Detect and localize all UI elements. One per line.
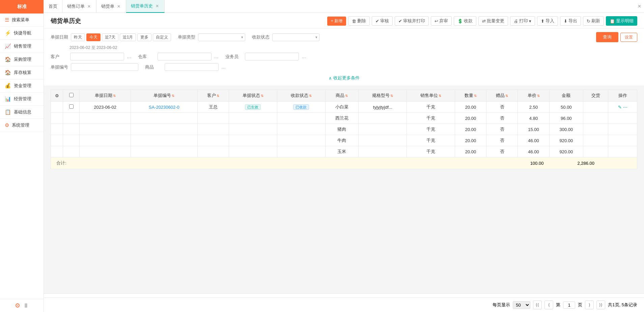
cell-checkbox[interactable]	[63, 124, 80, 135]
page-last-button[interactable]: ⟩⟩	[596, 301, 605, 309]
cell-doc-no[interactable]: SA-20230602-0	[131, 102, 197, 113]
col-customer[interactable]: 客户⇅	[197, 90, 229, 102]
date-btn-1month[interactable]: 近1月	[120, 33, 136, 41]
sidebar-item-quick-nav[interactable]: ⚡ 快捷导航	[0, 27, 44, 40]
cell-doc-no[interactable]	[131, 124, 197, 135]
date-btn-more[interactable]: 更多	[137, 33, 151, 41]
sys-mgmt-icon: ⚙	[5, 122, 9, 128]
export-button[interactable]: ⬇ 导出	[560, 16, 581, 26]
cell-checkbox[interactable]	[63, 113, 80, 124]
cell-unit: 千克	[407, 146, 455, 157]
tab-sales-history[interactable]: 销货单历史 ✕	[126, 0, 165, 13]
query-button[interactable]: 查询	[596, 32, 618, 42]
cell-qty: 20.00	[455, 146, 486, 157]
cell-unit: 千克	[407, 113, 455, 124]
cell-doc-no[interactable]	[131, 146, 197, 157]
cell-doc-no[interactable]	[131, 135, 197, 146]
sidebar-item-purchase[interactable]: 🏠 采购管理	[0, 53, 44, 66]
goods-dots[interactable]: …	[221, 64, 226, 70]
cell-doc-no[interactable]	[131, 113, 197, 124]
cell-checkbox[interactable]	[63, 135, 80, 146]
cell-qty: 20.00	[455, 113, 486, 124]
filter-doc-no: 单据编号	[51, 63, 138, 71]
col-goods[interactable]: 商品⇅	[325, 90, 359, 102]
collapse-button[interactable]: ∧ 收起更多条件	[51, 74, 637, 82]
tab-home[interactable]: 首页	[44, 0, 62, 13]
warehouse-dots[interactable]: …	[214, 54, 219, 59]
sidebar-item-sales[interactable]: 📈 销售管理	[0, 40, 44, 53]
select-all-checkbox[interactable]	[69, 93, 74, 97]
abandon-button[interactable]: ↩ 弃审	[431, 16, 452, 26]
tab-sales-goods[interactable]: 销货单 ✕	[96, 0, 126, 13]
sidebar-item-label: 资金管理	[14, 83, 31, 89]
page-prev-button[interactable]: ⟨	[544, 301, 553, 309]
page-next-button[interactable]: ⟩	[585, 301, 594, 309]
tab-sales-goods-close[interactable]: ✕	[116, 4, 121, 9]
col-doc-status[interactable]: 单据状态⇅	[229, 90, 277, 102]
tab-sales-order-close[interactable]: ✕	[87, 4, 91, 9]
sidebar-item-finance[interactable]: 💰 资金管理	[0, 79, 44, 93]
print-button[interactable]: 🖨 打印 ▾	[510, 16, 535, 26]
cell-checkbox[interactable]	[63, 102, 80, 113]
page-header: 销货单历史 + 新增 🗑 删除 ✔ 审核 ✔ 审核并打印 ↩ 弃审 💲 收款	[44, 13, 644, 29]
cell-checkbox[interactable]	[63, 146, 80, 157]
delete-button[interactable]: 🗑 删除	[348, 16, 370, 26]
col-qty[interactable]: 数量⇅	[455, 90, 486, 102]
customer-dots[interactable]: …	[127, 54, 131, 59]
tab-sales-order[interactable]: 销售订单 ✕	[62, 0, 96, 13]
salesperson-input[interactable]	[245, 53, 299, 60]
payment-status-select[interactable]	[272, 33, 319, 41]
col-unit[interactable]: 销售单位⇅	[407, 90, 455, 102]
batch-change-button[interactable]: ⇄ 批量变更	[478, 16, 508, 26]
import-button[interactable]: ⬆ 导入	[537, 16, 558, 26]
tab-sales-history-close[interactable]: ✕	[155, 4, 160, 8]
audit-button[interactable]: ✔ 审核	[372, 16, 393, 26]
col-gift[interactable]: 赠品⇅	[486, 90, 518, 102]
sidebar-item-search-menu[interactable]: ☰ 搜索菜单	[0, 14, 44, 27]
cell-action: ✎⋯	[608, 102, 637, 113]
tab-bar-close-all[interactable]: ✕	[638, 4, 644, 9]
sidebar-item-inventory[interactable]: 🏠 库存核算	[0, 66, 44, 79]
warehouse-input[interactable]	[158, 53, 212, 60]
goods-input[interactable]	[165, 63, 219, 71]
date-btn-today[interactable]: 今天	[86, 33, 101, 41]
audit-print-button[interactable]: ✔ 审核并打印	[395, 16, 429, 26]
col-payment-status[interactable]: 收款状态⇅	[277, 90, 325, 102]
abandon-icon: ↩	[435, 19, 438, 24]
page-size-select[interactable]: 10 20 50 100	[513, 301, 530, 309]
col-gear[interactable]: ⚙	[51, 90, 63, 102]
cell-doc-status	[229, 146, 277, 157]
col-doc-no[interactable]: 单据编号⇅	[131, 90, 197, 102]
date-range-display: 2023-06-02 至 2023-06-02	[69, 45, 637, 51]
receive-button[interactable]: 💲 收款	[454, 16, 476, 26]
sidebar-settings-icon[interactable]: ⚙	[15, 302, 20, 309]
date-btn-7days[interactable]: 近7天	[102, 33, 118, 41]
doc-type-select[interactable]	[198, 33, 245, 41]
show-detail-button[interactable]: 📋 显示明细	[606, 16, 637, 26]
customer-input[interactable]	[70, 53, 124, 60]
doc-no-input[interactable]	[71, 63, 138, 71]
date-btn-yesterday[interactable]: 昨天	[71, 33, 85, 41]
col-spec[interactable]: 规格型号⇅	[359, 90, 407, 102]
sidebar-item-basic-info[interactable]: 📋 基础信息	[0, 106, 44, 119]
col-checkbox[interactable]	[63, 90, 80, 102]
sort-unit-icon: ⇅	[439, 94, 441, 98]
page-first-button[interactable]: ⟨⟨	[533, 301, 542, 309]
sidebar-item-operations[interactable]: 📊 经营管理	[0, 93, 44, 106]
edit-action-icon[interactable]: ✎	[618, 105, 622, 110]
sidebar-item-sys-mgmt[interactable]: ⚙ 系统管理	[0, 119, 44, 132]
new-button[interactable]: + 新增	[327, 17, 346, 26]
setup-button[interactable]: 设置	[620, 33, 637, 42]
col-price[interactable]: 单价⇅	[518, 90, 549, 102]
horizontal-scrollbar[interactable]	[44, 293, 644, 297]
col-doc-date[interactable]: 单据日期⇅	[80, 90, 131, 102]
row-checkbox[interactable]	[69, 104, 74, 109]
pagination-bar: 每页显示 10 20 50 100 ⟨⟨ ⟨ 第 页 ⟩ ⟩⟩ 共1页, 5条记…	[44, 297, 644, 312]
sidebar-collapse-icon[interactable]: ⏸	[23, 302, 29, 309]
date-btn-custom[interactable]: 自定义	[153, 33, 171, 41]
operations-icon: 📊	[5, 96, 11, 102]
salesperson-dots[interactable]: …	[302, 54, 306, 59]
page-number-input[interactable]	[563, 302, 575, 309]
refresh-button[interactable]: ↻ 刷新	[583, 16, 604, 26]
more-action-icon[interactable]: ⋯	[623, 105, 627, 110]
